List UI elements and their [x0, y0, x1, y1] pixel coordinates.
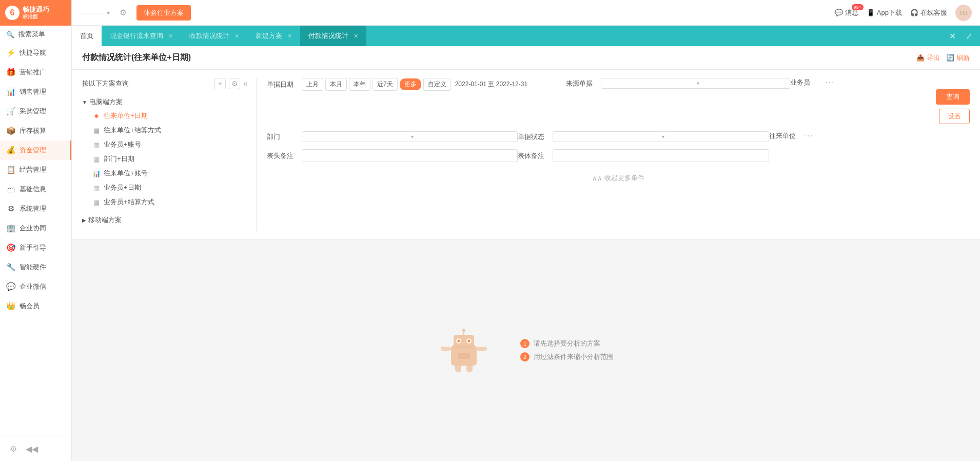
- field-staff: 业务员 ··· 查询 设置: [790, 78, 970, 124]
- scheme-item-staff-settle[interactable]: ▦ 业务员+结算方式: [82, 195, 248, 209]
- sidebar-item-label: 新手引导: [19, 243, 46, 252]
- sidebar-item-marketing[interactable]: 🎁 营销推广: [0, 63, 71, 82]
- sidebar-item-sales[interactable]: 📊 销售管理: [0, 82, 71, 102]
- mobile-group-title[interactable]: ▶ 移动端方案: [82, 213, 248, 227]
- tab-expand-btn[interactable]: ⤢: [962, 29, 976, 43]
- sidebar: 6 畅捷通巧 标准版 🔍 搜索菜单 ⚡ 快捷导航 🎁 营销推广 📊 销售管理 🛒…: [0, 0, 72, 461]
- tab-payment-stats[interactable]: 付款情况统计 ✕: [300, 26, 366, 46]
- sidebar-item-member[interactable]: 👑 畅会员: [0, 296, 71, 316]
- topbar-settings-btn[interactable]: ⚙: [116, 6, 130, 20]
- source-bill-select[interactable]: ▾: [601, 78, 790, 89]
- filter-row-1: 单据日期 上月 本月 本年 近7天 更多 自定义 2022-01-01 至 20…: [267, 78, 970, 124]
- scheme-item-dept-date[interactable]: ▦ 部门+日期: [82, 152, 248, 166]
- topbar-app-btn[interactable]: 📱 App下载: [867, 8, 902, 17]
- bill-status-select[interactable]: ▾: [553, 131, 769, 142]
- scheme-item-unit-settle[interactable]: ▦ 往来单位+结算方式: [82, 123, 248, 137]
- sidebar-item-operations[interactable]: 📋 经营管理: [0, 160, 71, 179]
- hardware-icon: 🔧: [6, 263, 15, 272]
- user-avatar[interactable]: Rit: [955, 5, 972, 21]
- mobile-group-label: 移动端方案: [88, 215, 122, 225]
- scheme-icon-7: ▦: [92, 198, 101, 206]
- sidebar-item-quick-nav[interactable]: ⚡ 快捷导航: [0, 43, 71, 63]
- sidebar-item-label: 采购管理: [19, 107, 46, 116]
- add-scheme-btn[interactable]: ＋: [214, 78, 226, 89]
- dept-select[interactable]: ▾: [302, 131, 518, 142]
- sidebar-item-inventory[interactable]: 📦 库存核算: [0, 121, 71, 141]
- header-note-input[interactable]: [302, 149, 518, 162]
- date-btn-last-month[interactable]: 上月: [302, 78, 323, 91]
- settings-bottom-btn[interactable]: ⚙: [6, 442, 21, 456]
- date-btn-custom[interactable]: 自定义: [423, 78, 451, 91]
- date-btn-this-month[interactable]: 本月: [325, 78, 347, 91]
- topbar-title: — — — ▾: [80, 9, 110, 16]
- tab-new-scheme-close[interactable]: ✕: [287, 33, 292, 39]
- body-note-input[interactable]: [553, 149, 769, 162]
- scheme-settings-btn[interactable]: ⚙: [229, 78, 240, 89]
- svg-rect-9: [477, 347, 487, 351]
- date-range-text: 2022-01-01 至 2022-12-31: [455, 80, 527, 89]
- scheme-item-unit-date[interactable]: ● 往来单位+日期: [82, 109, 248, 123]
- tab-cash-flow[interactable]: 现金银行流水查询 ✕: [102, 26, 181, 46]
- refresh-btn[interactable]: 🔄 刷新: [946, 53, 970, 63]
- source-bill-arrow-icon: ▾: [697, 81, 786, 86]
- scheme-item-unit-account[interactable]: 📊 往来单位+账号: [82, 166, 248, 181]
- staff-label: 业务员: [790, 78, 821, 87]
- field-bill-status: 单据状态 ▾: [518, 131, 769, 142]
- tab-receipt-stats[interactable]: 收款情况统计 ✕: [181, 26, 247, 46]
- date-buttons: 上月 本月 本年 近7天 更多 自定义 2022-01-01 至 2022-12…: [302, 78, 527, 91]
- sidebar-search[interactable]: 🔍 搜索菜单: [0, 26, 71, 43]
- company-icon: 🏢: [6, 224, 15, 233]
- marketing-icon: 🎁: [6, 68, 15, 77]
- settings-btn[interactable]: 设置: [939, 109, 970, 124]
- sidebar-item-guide[interactable]: 🎯 新手引导: [0, 238, 71, 257]
- sidebar-item-label: 销售管理: [19, 87, 46, 96]
- content-area: 付款情况统计(往来单位+日期) 📤 导出 🔄 刷新 按以下方案查询 ＋: [72, 46, 980, 461]
- tab-home[interactable]: 首页: [72, 26, 102, 46]
- bill-date-label: 单据日期: [267, 80, 298, 89]
- date-btn-more[interactable]: 更多: [400, 78, 421, 90]
- guide-icon: 🎯: [6, 243, 15, 252]
- sidebar-item-hardware[interactable]: 🔧 智能硬件: [0, 257, 71, 277]
- date-btn-this-year[interactable]: 本年: [349, 78, 370, 91]
- sidebar-item-label: 库存核算: [19, 126, 46, 135]
- header-note-label: 表头备注: [267, 151, 298, 161]
- sidebar-item-funds[interactable]: 💰 资金管理: [0, 141, 71, 160]
- tab-new-scheme[interactable]: 新建方案 ✕: [247, 26, 300, 46]
- date-btn-7days[interactable]: 近7天: [373, 78, 398, 91]
- scheme-active-icon: ●: [92, 112, 101, 120]
- collapse-sidebar-btn[interactable]: ◀◀: [25, 442, 39, 456]
- topbar-msg-btn[interactable]: 💬 消息 99+: [835, 8, 858, 17]
- sidebar-item-system[interactable]: ⚙ 系统管理: [0, 199, 71, 218]
- staff-dots[interactable]: ···: [825, 78, 835, 87]
- sidebar-item-wechat[interactable]: 💬 企业微信: [0, 277, 71, 296]
- desktop-group-title[interactable]: ▼ 电脑端方案: [82, 95, 248, 109]
- collapse-more-btn[interactable]: ∧∧ 收起更多条件: [267, 169, 970, 187]
- page-title: 付款情况统计(往来单位+日期): [82, 52, 191, 63]
- scheme-item-staff-date[interactable]: ▦ 业务员+日期: [82, 181, 248, 195]
- logo-title: 畅捷通巧: [23, 6, 49, 14]
- topbar-service-btn[interactable]: 🎧 在线客服: [910, 8, 947, 17]
- topbar: — — — ▾ ⚙ 体验行业方案 💬 消息 99+ 📱 App下载 🎧 在线客服…: [72, 0, 980, 26]
- inventory-icon: 📦: [6, 126, 15, 135]
- trial-btn[interactable]: 体验行业方案: [136, 5, 191, 21]
- filter-scheme-header: 按以下方案查询 ＋ ⚙ «: [82, 78, 248, 89]
- tab-receipt-stats-close[interactable]: ✕: [234, 33, 239, 39]
- scheme-item-staff-account[interactable]: ▦ 业务员+账号: [82, 137, 248, 152]
- logo-text: 畅捷通巧 标准版: [23, 6, 49, 20]
- collapse-up-icon: ∧∧: [592, 174, 602, 182]
- export-btn[interactable]: 📤 导出: [916, 53, 940, 63]
- tab-payment-stats-close[interactable]: ✕: [354, 33, 358, 39]
- sidebar-item-company[interactable]: 🏢 企业协同: [0, 218, 71, 238]
- search-icon: 🔍: [6, 31, 14, 38]
- collapse-scheme-btn[interactable]: «: [243, 79, 248, 88]
- tab-close-all-btn[interactable]: ✕: [945, 29, 959, 43]
- tab-cash-flow-close[interactable]: ✕: [168, 33, 173, 39]
- logo-subtitle: 标准版: [23, 14, 49, 20]
- filter-panel: 按以下方案查询 ＋ ⚙ « ▼ 电脑端方案 ● 往来单位+日期: [72, 70, 980, 239]
- query-btn[interactable]: 查询: [936, 89, 970, 105]
- sidebar-item-basics[interactable]: 🗃 基础信息: [0, 179, 71, 199]
- unit-dots[interactable]: ···: [804, 131, 814, 141]
- refresh-label: 刷新: [956, 53, 970, 63]
- sidebar-item-purchase[interactable]: 🛒 采购管理: [0, 102, 71, 121]
- page-header-actions: 📤 导出 🔄 刷新: [916, 53, 970, 63]
